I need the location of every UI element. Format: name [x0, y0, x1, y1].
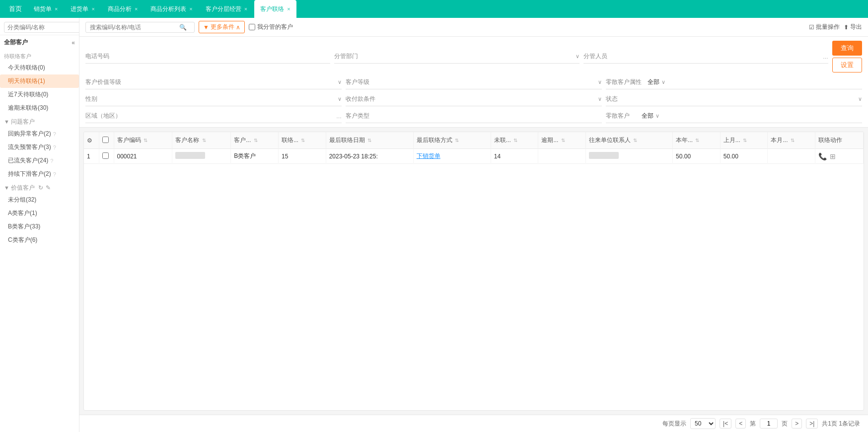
- prev-page-button[interactable]: <: [735, 419, 746, 429]
- sort-this-year-icon[interactable]: ⇅: [695, 138, 699, 143]
- nav-tab-sales[interactable]: 销货单 ×: [28, 0, 64, 18]
- first-page-button[interactable]: |<: [720, 419, 731, 429]
- last-method-link[interactable]: 下销货单: [417, 152, 440, 159]
- edit-value-icon[interactable]: ✎: [46, 184, 51, 191]
- sort-name-icon[interactable]: ⇅: [202, 138, 206, 143]
- query-button[interactable]: 查询: [832, 41, 862, 56]
- setting-button[interactable]: 设置: [832, 58, 862, 72]
- row-checkbox-cell[interactable]: [99, 149, 114, 164]
- nav-tab-analysis-list[interactable]: 商品分析列表 ×: [145, 0, 198, 18]
- gender-dropdown-icon[interactable]: ∨: [338, 96, 342, 102]
- total-records-label: 共1页 1条记录: [822, 420, 860, 428]
- nav-tab-customer-contact[interactable]: 客户联络 ×: [254, 0, 296, 18]
- dept-input[interactable]: [368, 53, 573, 60]
- payment-input[interactable]: [379, 96, 596, 103]
- query-btn-group: 查询 设置: [832, 41, 862, 72]
- per-page-label: 每页显示: [662, 420, 686, 428]
- dept-dropdown-icon[interactable]: ∨: [576, 53, 579, 60]
- phone-input[interactable]: [119, 53, 330, 60]
- row-last-date: 2023-05-23 18:25:: [326, 149, 413, 164]
- search-input[interactable]: [90, 24, 179, 31]
- close-customer-contact-tab[interactable]: ×: [287, 6, 290, 12]
- sidebar-item-tomorrow[interactable]: 明天待联络(1): [0, 74, 79, 88]
- export-button[interactable]: ⬆ 导出: [844, 23, 862, 31]
- customer-value-dropdown-icon[interactable]: ∨: [338, 79, 342, 85]
- sidebar-item-overdue[interactable]: 逾期未联络(30): [0, 101, 79, 115]
- my-customers-checkbox[interactable]: [249, 24, 255, 30]
- sort-code-icon[interactable]: ⇅: [144, 138, 147, 143]
- sidebar-item-today[interactable]: 今天待联络(0): [0, 61, 79, 74]
- bulk-action-button[interactable]: ☑ 批量操作: [809, 23, 840, 31]
- refresh-value-icon[interactable]: ↻: [38, 184, 43, 191]
- sort-contact-count-icon[interactable]: ⇅: [301, 138, 305, 143]
- sidebar-item-class-c[interactable]: C类客户(6): [0, 233, 79, 247]
- gender-input[interactable]: [119, 96, 336, 103]
- sort-overdue-icon[interactable]: ⇅: [561, 138, 565, 143]
- sort-last-method-icon[interactable]: ⇅: [455, 138, 459, 143]
- sort-type-icon[interactable]: ⇅: [254, 138, 258, 143]
- close-sales-tab[interactable]: ×: [55, 6, 58, 12]
- sidebar-all-customers[interactable]: 全部客户 «: [0, 35, 79, 50]
- close-analysis-list-tab[interactable]: ×: [189, 6, 192, 12]
- retail-attr-dropdown-icon[interactable]: ∨: [661, 79, 665, 85]
- sidebar-item-class-b[interactable]: B类客户(33): [0, 220, 79, 233]
- sidebar-item-lost[interactable]: 已流失客户(24) ?: [0, 154, 79, 167]
- col-contact-person: 往来单位联系人 ⇅: [586, 132, 673, 149]
- payment-dropdown-icon[interactable]: ∨: [598, 96, 602, 102]
- col-last-date: 最后联络日期 ⇅: [326, 132, 413, 149]
- close-analysis-tab[interactable]: ×: [135, 6, 138, 12]
- page-number-input[interactable]: [760, 419, 778, 429]
- select-all-checkbox[interactable]: [102, 137, 109, 143]
- sidebar-item-7days[interactable]: 近7天待联络(0): [0, 88, 79, 101]
- per-page-select[interactable]: 50 100 200: [690, 418, 716, 429]
- sidebar-item-churn-warn[interactable]: 流失预警客户(3) ?: [0, 141, 79, 154]
- close-customer-ops-tab[interactable]: ×: [244, 6, 247, 12]
- grid-action-icon[interactable]: ⊞: [830, 152, 836, 160]
- region-input[interactable]: [125, 113, 334, 120]
- col-uncontacted: 未联... ⇅: [491, 132, 538, 149]
- sort-last-month-icon[interactable]: ⇅: [743, 138, 747, 143]
- dept-label: 分管部门: [334, 52, 364, 61]
- col-checkbox[interactable]: [99, 132, 114, 149]
- sidebar-search-input[interactable]: [4, 22, 79, 33]
- nav-tab-analysis[interactable]: 商品分析 ×: [102, 0, 144, 18]
- col-action-label: 联络动作: [818, 137, 842, 144]
- customer-level-dropdown-icon[interactable]: ∨: [598, 79, 602, 85]
- nav-home[interactable]: 首页: [4, 0, 27, 18]
- sidebar-item-ungroup[interactable]: 未分组(32): [0, 193, 79, 207]
- region-more-icon[interactable]: …: [336, 113, 342, 119]
- customer-value-input[interactable]: [125, 79, 336, 86]
- retail-customer-dropdown-icon[interactable]: ∨: [655, 113, 659, 119]
- search-icon[interactable]: 🔍: [179, 24, 187, 31]
- sidebar-pending-label: 待联络客户: [0, 50, 79, 61]
- sidebar-item-class-a[interactable]: A类客户(1): [0, 207, 79, 220]
- next-page-button[interactable]: >: [792, 419, 802, 429]
- row-last-method[interactable]: 下销货单: [413, 149, 491, 164]
- row-checkbox[interactable]: [102, 152, 109, 159]
- nav-tab-purchase[interactable]: 进货单 ×: [65, 0, 100, 18]
- sort-this-month-icon[interactable]: ⇅: [791, 138, 795, 143]
- nav-tab-customer-ops[interactable]: 客户分层经营 ×: [200, 0, 253, 18]
- person-input[interactable]: [617, 53, 821, 60]
- call-action-icon[interactable]: 📞: [818, 152, 827, 160]
- person-more-icon[interactable]: …: [823, 54, 828, 60]
- more-filter-button[interactable]: ▼ 更多条件 ∧: [199, 21, 245, 33]
- sidebar-item-repurchase[interactable]: 回购异常客户(2) ?: [0, 127, 79, 141]
- col-settings[interactable]: ⚙: [84, 132, 99, 149]
- sidebar-item-declining[interactable]: 持续下滑客户(2) ?: [0, 167, 79, 181]
- last-page-button[interactable]: >|: [806, 419, 818, 429]
- filter-row-4: 区域（地区） … 客户类型 零散客户 全部 ∨: [85, 109, 862, 123]
- my-customers-checkbox-label[interactable]: 我分管的客户: [249, 23, 293, 31]
- customer-level-input[interactable]: [379, 79, 596, 86]
- status-dropdown-icon[interactable]: ∨: [858, 96, 862, 102]
- row-name: [172, 149, 231, 164]
- customer-type-input[interactable]: [379, 113, 602, 120]
- sort-uncontacted-icon[interactable]: ⇅: [513, 138, 517, 143]
- close-purchase-tab[interactable]: ×: [91, 6, 94, 12]
- col-contact-person-label: 往来单位联系人: [589, 137, 631, 144]
- sort-contact-person-icon[interactable]: ⇅: [633, 138, 637, 143]
- sort-last-date-icon[interactable]: ⇅: [367, 138, 371, 143]
- customer-value-label: 客户价值等级: [85, 78, 121, 86]
- export-icon: ⬆: [844, 24, 849, 31]
- status-input[interactable]: [640, 96, 856, 103]
